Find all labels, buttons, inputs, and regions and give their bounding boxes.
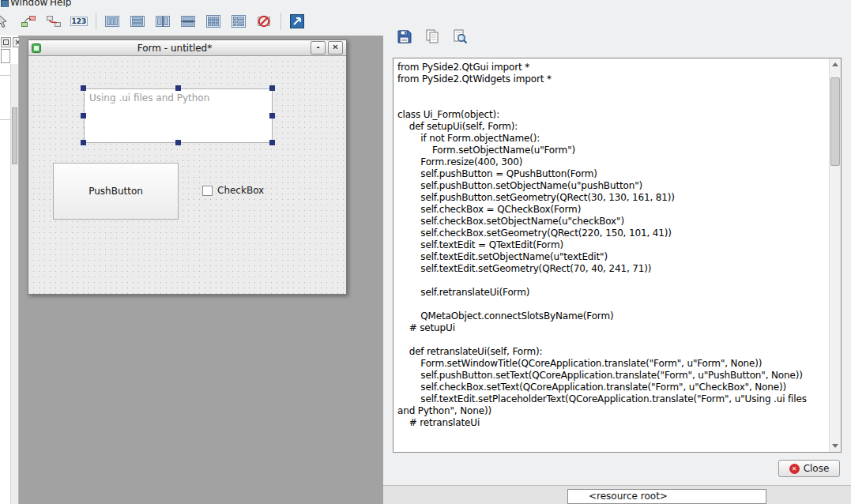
code-line: self.pushButton.setGeometry(QRect(30, 13… (397, 192, 827, 204)
pushbutton-widget[interactable]: PushButton (53, 163, 179, 220)
code-line (397, 275, 827, 287)
layout-vertically-icon[interactable] (127, 10, 148, 32)
code-line: from PySide2.QtWidgets import * (397, 73, 827, 85)
layout-form-icon[interactable] (228, 10, 249, 32)
rows-icon (130, 13, 145, 29)
app-menu-icon[interactable] (1, 0, 9, 7)
layout-horizontal-splitter-icon[interactable] (153, 10, 173, 32)
code-line (397, 334, 827, 346)
view-python-code-dialog: from PySide2.QtGui import *from PySide2.… (383, 12, 851, 486)
code-line: Form.resize(400, 300) (397, 156, 827, 168)
code-line: self.checkBox.setObjectName(u"checkBox") (397, 216, 827, 228)
toolbar-separator (96, 13, 96, 30)
copy-button[interactable] (422, 26, 442, 47)
form-window-icon (32, 43, 41, 53)
code-line: self.retranslateUi(Form) (397, 287, 827, 299)
break-layout-glyph (256, 13, 272, 29)
code-dialog-toolbar (394, 26, 470, 47)
code-line: def setupUi(self, Form): (397, 121, 827, 133)
code-line: self.textEdit = QTextEdit(Form) (397, 239, 827, 251)
form-canvas[interactable]: Using .ui files and Python PushButton Ch… (28, 56, 346, 294)
code-line: class Ui_Form(object): (397, 109, 827, 121)
code-line: and Python", None)) (397, 405, 827, 417)
break-layout-icon[interactable] (254, 10, 274, 32)
code-line (397, 97, 827, 109)
dock-float-button[interactable] (1, 37, 11, 47)
layout-horizontally-icon[interactable] (102, 10, 122, 32)
scrollbar-up-arrow[interactable] (830, 58, 841, 70)
widget-filter-input[interactable] (1, 49, 10, 63)
down-arrow-icon (832, 444, 838, 448)
selection-handle-mid-left[interactable] (81, 113, 86, 118)
v-splitter-icon (180, 13, 196, 29)
checkbox-widget[interactable]: CheckBox (202, 185, 264, 196)
selection-handle-top-left[interactable] (81, 85, 86, 91)
close-dialog-button[interactable]: ✕ Close (778, 460, 840, 477)
code-text-area[interactable]: from PySide2.QtGui import *from PySide2.… (393, 58, 842, 453)
code-line: self.textEdit.setPlaceholderText(QCoreAp… (397, 393, 827, 405)
textedit-placeholder: Using .ui files and Python (89, 92, 209, 103)
layout-vertical-splitter-icon[interactable] (178, 10, 198, 32)
layout-grid-icon[interactable] (203, 10, 224, 32)
form-titlebar[interactable]: Form - untitled* - ✕ (28, 40, 346, 56)
code-vertical-scrollbar (829, 58, 841, 452)
edit-widgets-icon[interactable] (0, 10, 13, 32)
adjust-size-icon[interactable] (287, 10, 307, 32)
close-circle-icon: ✕ (789, 464, 800, 474)
find-icon (451, 28, 469, 45)
cursor-icon (0, 13, 11, 29)
selection-handle-bottom-right[interactable] (269, 140, 275, 145)
form-editor-window[interactable]: Form - untitled* - ✕ Using .ui files and… (28, 39, 347, 295)
selection-handle-top-right[interactable] (269, 85, 275, 91)
scrollbar-down-arrow[interactable] (830, 440, 841, 452)
form-layout-icon (231, 13, 247, 29)
scrollbar-thumb[interactable] (830, 77, 840, 166)
tab-order-label: 123 (70, 17, 88, 26)
toolbar-separator (281, 13, 281, 30)
buddy-icon (46, 13, 62, 29)
textedit-widget[interactable]: Using .ui files and Python (84, 88, 273, 143)
signal-slot-icon (21, 13, 36, 29)
form-window-title: Form - untitled* (41, 43, 308, 54)
code-line: # retranslateUi (397, 417, 827, 429)
code-line: self.pushButton = QPushButton(Form) (397, 168, 827, 180)
resource-root-label: <resource root> (589, 491, 668, 502)
selection-handle-top-center[interactable] (175, 85, 181, 91)
selection-handle-bottom-center[interactable] (175, 140, 181, 145)
edit-tab-order-icon[interactable]: 123 (69, 10, 89, 32)
float-icon (3, 39, 9, 45)
menu-help[interactable]: Help (50, 0, 71, 7)
selection-handle-bottom-left[interactable] (81, 140, 86, 145)
edit-signals-slots-icon[interactable] (18, 10, 39, 32)
copy-icon (424, 28, 441, 45)
code-line: self.textEdit.setObjectName(u"textEdit") (397, 251, 827, 263)
dock-scrollbar (10, 64, 18, 504)
code-line (397, 299, 827, 310)
close-button-form[interactable]: ✕ (328, 41, 343, 55)
widget-box-dock (0, 36, 19, 504)
up-arrow-icon (832, 62, 838, 66)
code-line: self.checkBox = QCheckBox(Form) (397, 204, 827, 216)
dock-scrollbar-thumb[interactable] (12, 107, 17, 164)
code-line: if not Form.objectName(): (397, 133, 827, 145)
code-line (397, 85, 827, 97)
code-line: from PySide2.QtGui import * (397, 62, 827, 73)
code-lines: from PySide2.QtGui import *from PySide2.… (397, 62, 827, 450)
menu-window[interactable]: Window (10, 0, 47, 7)
save-button[interactable] (394, 26, 415, 47)
qt-designer-screen: { "menubar": { "items": ["Window", "Help… (0, 0, 851, 504)
checkbox-indicator[interactable] (202, 186, 213, 196)
edit-buddies-icon[interactable] (43, 10, 64, 32)
columns-icon (104, 13, 120, 29)
resource-root-item[interactable]: <resource root> (567, 489, 766, 504)
pushbutton-label: PushButton (88, 186, 143, 197)
code-line: Form.setWindowTitle(QCoreApplication.tra… (397, 358, 827, 370)
find-button[interactable] (450, 26, 470, 47)
adjust-size-glyph (288, 13, 306, 30)
code-line: self.pushButton.setObjectName(u"pushButt… (397, 180, 827, 192)
code-line: self.checkBox.setText(QCoreApplication.t… (397, 382, 827, 393)
selection-handle-mid-right[interactable] (269, 113, 275, 118)
minimize-button[interactable]: - (311, 41, 326, 55)
resource-browser-strip: <resource root> (383, 486, 851, 504)
checkbox-label: CheckBox (217, 185, 264, 196)
